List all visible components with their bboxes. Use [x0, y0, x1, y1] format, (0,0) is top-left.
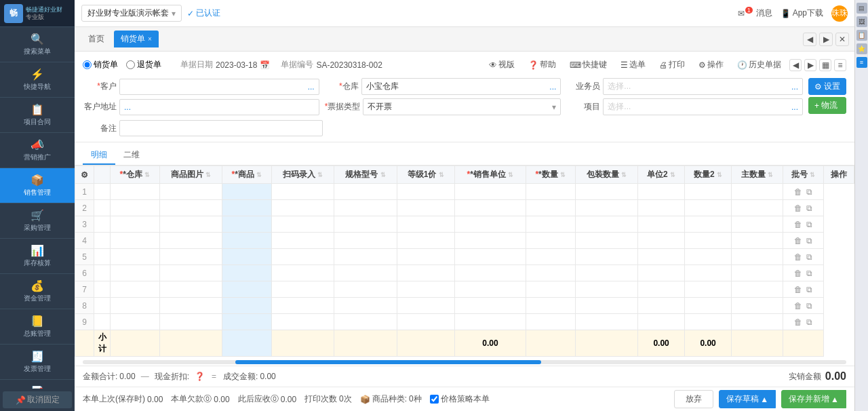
- cell-qty[interactable]: [454, 184, 526, 200]
- th-unit2[interactable]: 单位2 ⇅: [638, 166, 685, 184]
- th-product[interactable]: **商品 ⇅: [222, 166, 272, 184]
- cell-qty2[interactable]: [638, 184, 685, 200]
- th-batch[interactable]: 批号 ⇅: [783, 166, 824, 184]
- cell-spec[interactable]: [271, 184, 334, 200]
- customer-input[interactable]: ...: [119, 79, 319, 95]
- invoice-select[interactable]: 不开票 ▾: [363, 98, 561, 115]
- th-spec[interactable]: 规格型号 ⇅: [334, 166, 397, 184]
- address-dots[interactable]: ...: [124, 102, 131, 112]
- cell-price-level[interactable]: [334, 184, 397, 200]
- cell-product-img[interactable]: [111, 184, 160, 200]
- shortcut-button[interactable]: ⌨ 快捷键: [564, 57, 612, 73]
- project-dots[interactable]: ...: [791, 102, 798, 112]
- delete-row-button[interactable]: 🗑: [793, 317, 804, 328]
- tab-detail[interactable]: 明细: [83, 146, 115, 165]
- save-new-button[interactable]: 保存并新增 ▲: [781, 390, 846, 408]
- sidebar-item-invoices[interactable]: 🧾 发票管理: [0, 345, 75, 380]
- warehouse-dots[interactable]: ...: [549, 82, 556, 92]
- th-price-level[interactable]: 等级1价 ⇅: [397, 166, 454, 184]
- horizontal-scrollbar[interactable]: [83, 360, 846, 364]
- grid-view-button[interactable]: ▦: [819, 59, 831, 71]
- price-policy-checkbox[interactable]: [430, 395, 439, 404]
- history-button[interactable]: 🕐 历史单据: [732, 57, 787, 73]
- th-warehouse[interactable]: **仓库 ⇅: [111, 166, 160, 184]
- save-draft-button[interactable]: 保存草稿 ▲: [719, 390, 776, 408]
- delete-row-button[interactable]: 🗑: [793, 219, 804, 230]
- logistics-button[interactable]: + 物流: [808, 97, 846, 114]
- copy-row-button[interactable]: ⧉: [805, 235, 814, 246]
- view-button[interactable]: 👁 视版: [484, 57, 520, 73]
- staff-dots[interactable]: ...: [791, 82, 798, 92]
- app-download-button[interactable]: 📱 App下载: [781, 7, 823, 19]
- help-circle-icon[interactable]: ❓: [195, 372, 205, 381]
- avatar[interactable]: 珠珠: [831, 5, 848, 22]
- th-settings[interactable]: ⚙: [75, 166, 94, 184]
- sidebar-item-project[interactable]: 📋 项目合同: [0, 98, 75, 133]
- delete-row-button[interactable]: 🗑: [793, 235, 804, 246]
- delete-row-button[interactable]: 🗑: [793, 187, 804, 197]
- cell-product[interactable]: [159, 184, 222, 200]
- sidebar-item-purchase[interactable]: 🛒 采购管理: [0, 203, 75, 239]
- th-product-img[interactable]: 商品图片 ⇅: [159, 166, 222, 184]
- cell-batch-import[interactable]: [222, 184, 272, 200]
- setup-button[interactable]: ⚙ 设置: [808, 78, 846, 95]
- delete-row-button[interactable]: 🗑: [793, 203, 804, 214]
- copy-row-button[interactable]: ⧉: [805, 203, 814, 214]
- customer-dots[interactable]: ...: [308, 82, 315, 92]
- tab-two-dim[interactable]: 二维: [115, 146, 148, 165]
- copy-row-button[interactable]: ⧉: [805, 284, 814, 295]
- sales-order-radio[interactable]: 销货单: [83, 59, 118, 71]
- cell-main-qty[interactable]: [685, 184, 732, 200]
- project-input[interactable]: 选择... ...: [603, 98, 803, 115]
- copy-row-button[interactable]: ⧉: [805, 252, 814, 262]
- copy-row-button[interactable]: ⧉: [805, 300, 814, 311]
- rp-icon-1[interactable]: ▤: [856, 3, 867, 14]
- help-button[interactable]: ❓ 帮助: [523, 57, 561, 73]
- sidebar-item-quick-nav[interactable]: ⚡ 快捷导航: [0, 62, 75, 98]
- abandon-button[interactable]: 放弃: [674, 390, 713, 408]
- print-button[interactable]: 🖨 打印: [654, 57, 690, 73]
- staff-input[interactable]: 选择... ...: [603, 78, 803, 95]
- sidebar-item-search[interactable]: 🔍 搜索菜单: [0, 27, 75, 62]
- sidebar-item-capital[interactable]: 💰 资金管理: [0, 274, 75, 309]
- th-qty2[interactable]: 数量2 ⇅: [685, 166, 732, 184]
- rp-icon-2[interactable]: 🖼: [856, 16, 867, 27]
- unfix-button[interactable]: 📌 取消固定: [3, 391, 72, 408]
- th-main-qty[interactable]: 主数量 ⇅: [732, 166, 783, 184]
- calendar-icon[interactable]: 📅: [260, 60, 270, 70]
- sidebar-item-marketing[interactable]: 📣 营销推广: [0, 133, 75, 168]
- copy-row-button[interactable]: ⧉: [805, 317, 814, 328]
- select-order-button[interactable]: ☰ 选单: [615, 57, 651, 73]
- sidebar-item-sales[interactable]: 📦 销售管理: [0, 168, 75, 203]
- cell-warehouse[interactable]: [94, 184, 111, 200]
- message-button[interactable]: ✉ 1 消息: [738, 7, 772, 19]
- sidebar-item-tax[interactable]: 📑 税务管理: [0, 380, 75, 389]
- ops-button[interactable]: ⚙ 操作: [693, 57, 729, 73]
- cell-batch[interactable]: [732, 184, 783, 200]
- copy-row-button[interactable]: ⧉: [805, 268, 814, 279]
- cell-unit2[interactable]: [575, 184, 637, 200]
- cell-sales-unit[interactable]: [397, 184, 454, 200]
- tab-sales-order[interactable]: 销货单 ×: [114, 31, 159, 47]
- arrow-left-button[interactable]: ◀: [789, 59, 802, 71]
- address-input[interactable]: ...: [119, 99, 319, 115]
- th-sales-unit[interactable]: **销售单位 ⇅: [454, 166, 526, 184]
- copy-row-button[interactable]: ⧉: [805, 219, 814, 230]
- rp-icon-4[interactable]: ⭐: [856, 43, 867, 54]
- warehouse-input[interactable]: 小宝仓库 ...: [361, 78, 561, 95]
- th-pack-qty[interactable]: 包装数量 ⇅: [575, 166, 637, 184]
- arrow-right-button[interactable]: ▶: [804, 59, 816, 71]
- sidebar-item-accounts[interactable]: 📒 总账管理: [0, 309, 75, 345]
- close-icon[interactable]: ×: [148, 35, 152, 43]
- scrollbar-thumb[interactable]: [235, 360, 540, 364]
- delete-row-button[interactable]: 🗑: [793, 252, 804, 262]
- delete-row-button[interactable]: 🗑: [793, 284, 804, 295]
- cell-pack-qty[interactable]: [526, 184, 575, 200]
- th-batch-import[interactable]: 扫码录入 ⇅: [271, 166, 334, 184]
- delete-row-button[interactable]: 🗑: [793, 268, 804, 279]
- copy-row-button[interactable]: ⧉: [805, 187, 814, 197]
- rp-icon-3[interactable]: 📋: [856, 30, 867, 41]
- tab-prev-button[interactable]: ◀: [803, 33, 816, 46]
- delete-row-button[interactable]: 🗑: [793, 300, 804, 311]
- sidebar-item-inventory[interactable]: 📊 库存核算: [0, 239, 75, 274]
